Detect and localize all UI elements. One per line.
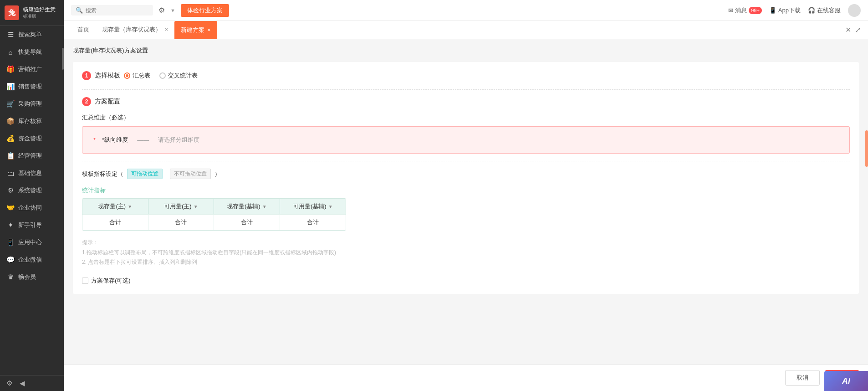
search-input[interactable] — [86, 7, 148, 14]
radio-cross[interactable]: 交叉统计表 — [159, 72, 198, 80]
statistics-section: 统计指标 现存量(主) ▼ 可用量(主) ▼ — [82, 186, 850, 231]
sidebar: 兔 畅康通好生意 标准版 ☰ 搜索菜单 ⌂ 快捷导航 🎁 营销推广 📊 销售管理… — [0, 0, 64, 391]
search-icon: 🔍 — [76, 7, 83, 14]
chart-icon: 📊 — [6, 82, 15, 91]
tab-home-label: 首页 — [77, 26, 89, 34]
sidebar-item-basic-info[interactable]: 🗃 基础信息 — [0, 165, 64, 182]
stats-table: 现存量(主) ▼ 可用量(主) ▼ 现存量(基辅) ▼ — [82, 198, 346, 231]
tab-inventory-status[interactable]: 现存量（库存状况表） × — [96, 21, 174, 39]
app-logo-icon: 兔 — [5, 5, 19, 20]
topbar-dropdown-icon[interactable]: ▼ — [170, 8, 175, 13]
dimension-placeholder: 请选择分组维度 — [158, 136, 199, 144]
settings-icon[interactable]: ⚙ — [6, 379, 12, 387]
sidebar-item-quick-nav[interactable]: ⌂ 快捷导航 — [0, 43, 64, 61]
step-divider-1 — [82, 89, 850, 90]
crown-icon: ♛ — [6, 273, 15, 281]
cell-available-aux-sub: 合计 — [280, 215, 346, 230]
sidebar-item-label: 资金管理 — [18, 134, 42, 143]
collapse-icon[interactable]: ◀ — [20, 379, 25, 387]
tabbar: 首页 现存量（库存状况表） × 新建方案 × ✕ ⤢ — [64, 21, 868, 39]
industry-solution-button[interactable]: 体验行业方案 — [181, 4, 229, 17]
radio-summary[interactable]: 汇总表 — [124, 72, 150, 80]
sidebar-item-marketing[interactable]: 🎁 营销推广 — [0, 61, 64, 78]
message-badge: 99+ — [749, 7, 762, 14]
topbar-right: ✉ 消息 99+ 📱 App下载 🎧 在线客服 — [728, 4, 861, 17]
sidebar-item-inventory[interactable]: 📦 库存核算 — [0, 113, 64, 130]
settings-card: 1 选择模板 汇总表 交叉统计表 — [73, 62, 859, 294]
online-service-label: 在线客服 — [817, 6, 841, 15]
sidebar-item-app-center[interactable]: 📱 应用中心 — [0, 234, 64, 251]
sidebar-item-finance[interactable]: 💰 资金管理 — [0, 130, 64, 147]
save-option-label: 方案保存(可选) — [91, 277, 131, 285]
tab-inventory-label: 现存量（库存状况表） — [102, 26, 161, 34]
sidebar-item-label: 采购管理 — [18, 100, 42, 108]
tab-bar-icons: ✕ ⤢ — [845, 26, 861, 34]
stats-table-row: 合计 合计 合计 合计 — [82, 214, 346, 230]
sidebar-item-sales[interactable]: 📊 销售管理 — [0, 78, 64, 95]
sidebar-item-wechat[interactable]: 💬 企业微信 — [0, 251, 64, 268]
stats-col-available-aux[interactable]: 可用量(基辅) ▼ — [280, 199, 346, 214]
app-download-item[interactable]: 📱 App下载 — [769, 6, 801, 15]
stats-col-current-main[interactable]: 现存量(主) ▼ — [82, 199, 148, 214]
cancel-button[interactable]: 取消 — [785, 370, 820, 386]
tab-new-plan-close-icon[interactable]: × — [207, 26, 211, 33]
money-icon: 💰 — [6, 134, 15, 143]
tab-inventory-close-icon[interactable]: × — [165, 26, 168, 33]
search-box[interactable]: 🔍 — [71, 5, 153, 15]
sidebar-item-label: 销售管理 — [18, 82, 42, 91]
dimension-dash: —— — [137, 137, 149, 144]
gift-icon: 🎁 — [6, 65, 15, 73]
tab-new-plan-label: 新建方案 — [181, 26, 204, 34]
save-option: 方案保存(可选) — [82, 277, 850, 285]
sidebar-item-operations[interactable]: 📋 经营管理 — [0, 147, 64, 165]
tab-new-plan[interactable]: 新建方案 × — [174, 21, 217, 39]
sidebar-logo: 兔 畅康通好生意 标准版 — [0, 0, 64, 26]
wechat-icon: 💬 — [6, 256, 15, 264]
sidebar-item-label: 畅会员 — [18, 273, 36, 281]
vertical-dimension-label: *纵向维度 — [102, 136, 128, 144]
col-available-main-chevron: ▼ — [194, 204, 198, 209]
message-icon: ✉ — [728, 7, 733, 14]
col-available-aux-chevron: ▼ — [328, 204, 333, 209]
save-checkbox[interactable] — [82, 278, 88, 284]
cell-current-aux-sub: 合计 — [214, 215, 280, 230]
tab-home[interactable]: 首页 — [71, 21, 96, 39]
sidebar-item-vip[interactable]: ♛ 畅会员 — [0, 268, 64, 286]
sidebar-item-search-menu[interactable]: ☰ 搜索菜单 — [0, 26, 64, 43]
sidebar-item-label: 库存核算 — [18, 117, 42, 125]
stats-col-available-main[interactable]: 可用量(主) ▼ — [148, 199, 214, 214]
indicator-settings-prefix: 模板指标设定（ — [82, 170, 123, 178]
ai-badge[interactable]: Ai — [824, 371, 868, 391]
sidebar-bottom: ⚙ ◀ — [0, 375, 64, 391]
tab-expand-icon[interactable]: ⤢ — [855, 26, 861, 34]
headset-icon: 🎧 — [808, 7, 815, 14]
sidebar-item-label: 应用中心 — [18, 238, 42, 247]
message-item[interactable]: ✉ 消息 99+ — [728, 6, 762, 15]
radio-summary-label: 汇总表 — [133, 72, 150, 80]
indicator-settings: 模板指标设定（ 可拖动位置 不可拖动位置 ） — [82, 169, 850, 179]
sidebar-item-label: 新手引导 — [18, 221, 42, 229]
radio-summary-circle — [124, 72, 130, 79]
cell-available-main-sub: 合计 — [148, 215, 214, 230]
sidebar-item-new-guide[interactable]: ✦ 新手引导 — [0, 216, 64, 234]
sidebar-item-label: 营销推广 — [18, 65, 42, 73]
content-area: 现存量(库存状况表)方案设置 1 选择模板 汇总表 交叉统计表 — [64, 39, 868, 364]
col-current-aux-label: 现存量(基辅) — [227, 202, 260, 211]
sidebar-item-label: 经营管理 — [18, 152, 42, 160]
app-download-label: App下载 — [778, 6, 801, 15]
online-service-item[interactable]: 🎧 在线客服 — [808, 6, 841, 15]
avatar[interactable] — [848, 4, 861, 17]
mobile-download-icon: 📱 — [769, 7, 776, 14]
col-available-aux-label: 可用量(基辅) — [293, 202, 327, 211]
sidebar-item-system[interactable]: ⚙ 系统管理 — [0, 182, 64, 199]
main-area: 🔍 ⚙ ▼ 体验行业方案 ✉ 消息 99+ 📱 App下载 🎧 在线客服 — [64, 0, 868, 391]
stats-col-current-aux[interactable]: 现存量(基辅) ▼ — [214, 199, 280, 214]
home-icon: ⌂ — [6, 48, 15, 56]
step2-header: 2 方案配置 — [82, 97, 850, 106]
sidebar-item-cooperation[interactable]: 🤝 企业协同 — [0, 199, 64, 216]
dimension-error-box[interactable]: * *纵向维度 —— 请选择分组维度 — [82, 126, 850, 154]
template-radio-group: 汇总表 交叉统计表 — [124, 72, 198, 80]
topbar-gear-icon[interactable]: ⚙ — [158, 6, 165, 15]
sidebar-item-purchase[interactable]: 🛒 采购管理 — [0, 95, 64, 113]
tab-close-icon[interactable]: ✕ — [845, 26, 851, 34]
